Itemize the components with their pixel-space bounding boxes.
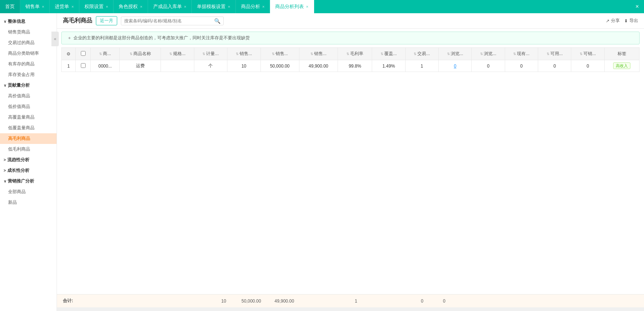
nav-close-icon[interactable]: ×	[140, 4, 142, 9]
table-row: 10000...运费个1050,000.0049,900.0099.8%1.49…	[62, 60, 640, 72]
select-all-checkbox[interactable]	[81, 51, 86, 56]
arrow-icon: >	[4, 169, 6, 173]
nav-close-icon[interactable]: ×	[262, 4, 265, 9]
col-label: 计量...	[206, 51, 219, 57]
row-spec	[161, 60, 194, 72]
sidebar-item-高价值商品[interactable]: 高价值商品	[0, 91, 57, 101]
search-input[interactable]	[124, 18, 214, 23]
col-header-8[interactable]: ⇅销售...	[299, 48, 338, 60]
sidebar-item-低价值商品[interactable]: 低价值商品	[0, 101, 57, 112]
col-header-11[interactable]: ⇅交易...	[405, 48, 438, 60]
col-label: 可销...	[583, 51, 596, 57]
bottom-scrollbar[interactable]	[57, 307, 644, 311]
nav-item-进货单[interactable]: 进货单×	[50, 0, 79, 13]
sidebar-group-流趋性分析[interactable]: >流趋性分析	[0, 155, 57, 165]
sidebar-group-贡献量分析[interactable]: ∨贡献量分析	[0, 80, 57, 91]
top-nav: 首页销售单×进货单×权限设置×角色授权×产成品入库单×单据模板设置×商品分析×商…	[0, 0, 644, 13]
nav-item-角色授权[interactable]: 角色授权×	[114, 0, 148, 13]
sidebar-item-新品[interactable]: 新品	[0, 197, 57, 208]
sidebar-item-有库存的商品[interactable]: 有库存的商品	[0, 59, 57, 69]
row-gross-rate: 99.8%	[338, 60, 372, 72]
search-icon[interactable]: 🔍	[214, 18, 220, 24]
sidebar-item-交易过的商品[interactable]: 交易过的商品	[0, 37, 57, 48]
group-label: 贡献量分析	[8, 82, 30, 88]
col-header-12[interactable]: ⇅浏览...	[439, 48, 472, 60]
row-sales1: 10	[227, 60, 260, 72]
sort-icon: ⇅	[580, 52, 583, 56]
arrow-icon: ∨	[4, 83, 6, 87]
sort-icon: ⇅	[414, 52, 417, 56]
share-label: 分享	[611, 18, 620, 24]
footer-cell-15: 0	[433, 299, 455, 304]
col-header-17: 标签	[604, 48, 639, 60]
sort-icon: ⇅	[480, 52, 483, 56]
sidebar-collapse-button[interactable]: «	[51, 32, 59, 46]
export-button[interactable]: ⬇ 导出	[624, 18, 638, 24]
sidebar-item-高覆盖量商品[interactable]: 高覆盖量商品	[0, 112, 57, 123]
col-label: ⚙	[66, 51, 71, 57]
header-actions: ↗ 分享 ⬇ 导出	[606, 18, 638, 24]
col-header-2[interactable]: ⇅商...	[91, 48, 120, 60]
arrow-icon: ∨	[4, 179, 6, 183]
nav-close-icon[interactable]: ×	[42, 4, 44, 9]
nav-close-icon[interactable]: ×	[306, 4, 308, 9]
sort-icon: ⇅	[202, 52, 205, 56]
col-header-14[interactable]: ⇅现有...	[505, 48, 538, 60]
sort-icon: ⇅	[130, 52, 133, 56]
row-checkbox-input[interactable]	[81, 63, 86, 68]
nav-item-销售单[interactable]: 销售单×	[20, 0, 50, 13]
sidebar-group-整体信息[interactable]: ∨整体信息	[0, 16, 57, 27]
col-header-6[interactable]: ⇅销售...	[227, 48, 260, 60]
col-header-3[interactable]: ⇅商品名称	[119, 48, 161, 60]
row-name: 运费	[119, 60, 161, 72]
nav-item-商品分析[interactable]: 商品分析×	[236, 0, 270, 13]
sidebar-item-商品分类助销率[interactable]: 商品分类助销率	[0, 48, 57, 59]
col-header-15[interactable]: ⇅可用...	[538, 48, 571, 60]
sidebar-group-成长性分析[interactable]: >成长性分析	[0, 165, 57, 176]
row-tag: 高收入	[604, 60, 639, 72]
close-window-button[interactable]: ×	[630, 3, 644, 10]
sidebar-group-营销推广分析[interactable]: ∨营销推广分析	[0, 176, 57, 187]
share-button[interactable]: ↗ 分享	[606, 18, 620, 24]
col-label: 毛利率	[350, 51, 363, 57]
footer-total: 合计: 1050,000.0049,900.00100	[57, 294, 644, 307]
nav-close-icon[interactable]: ×	[184, 4, 186, 9]
col-header-13[interactable]: ⇅浏览...	[472, 48, 505, 60]
sort-icon: ⇅	[547, 52, 550, 56]
col-label: 规格...	[173, 51, 186, 57]
browse-link[interactable]: 0	[454, 64, 456, 69]
nav-item-首页[interactable]: 首页	[0, 0, 20, 13]
nav-item-产成品入库单[interactable]: 产成品入库单×	[148, 0, 192, 13]
group-label: 流趋性分析	[7, 157, 29, 163]
date-filter-button[interactable]: 近一月	[96, 16, 117, 25]
col-header-5[interactable]: ⇅计量...	[194, 48, 227, 60]
col-header-16[interactable]: ⇅可销...	[571, 48, 604, 60]
search-box: 🔍	[121, 17, 224, 25]
sidebar-item-低毛利商品[interactable]: 低毛利商品	[0, 144, 57, 155]
col-header-9[interactable]: ⇅毛利率	[338, 48, 372, 60]
col-label: 交易...	[417, 51, 430, 57]
footer-cell-13	[389, 299, 411, 304]
footer-cell-11: 1	[345, 299, 367, 304]
sidebar-item-库存资金占用[interactable]: 库存资金占用	[0, 69, 57, 80]
footer-cell-6: 10	[213, 299, 235, 304]
nav-item-权限设置[interactable]: 权限设置×	[79, 0, 114, 13]
nav-close-icon[interactable]: ×	[106, 4, 108, 9]
col-label: 销售...	[240, 51, 252, 57]
nav-item-商品分析列表[interactable]: 商品分析列表×	[270, 0, 314, 13]
content-header: 高毛利商品 近一月 🔍 ↗ 分享 ⬇ 导出	[57, 13, 644, 29]
nav-close-icon[interactable]: ×	[228, 4, 230, 9]
sort-icon: ⇅	[513, 52, 516, 56]
col-header-4[interactable]: ⇅规格...	[161, 48, 194, 60]
nav-close-icon[interactable]: ×	[71, 4, 73, 9]
col-label: 可用...	[550, 51, 563, 57]
sidebar-item-高毛利商品[interactable]: 高毛利商品	[0, 133, 57, 144]
sidebar-item-全部商品[interactable]: 全部商品	[0, 187, 57, 197]
col-header-7[interactable]: ⇅销售...	[260, 48, 299, 60]
nav-item-单据模板设置[interactable]: 单据模板设置×	[192, 0, 235, 13]
col-header-10[interactable]: ⇅覆盖...	[372, 48, 405, 60]
sidebar-item-低覆盖量商品[interactable]: 低覆盖量商品	[0, 123, 57, 133]
sort-icon: ⇅	[447, 52, 450, 56]
sidebar-item-销售货商品[interactable]: 销售货商品	[0, 27, 57, 37]
export-label: 导出	[629, 18, 638, 24]
